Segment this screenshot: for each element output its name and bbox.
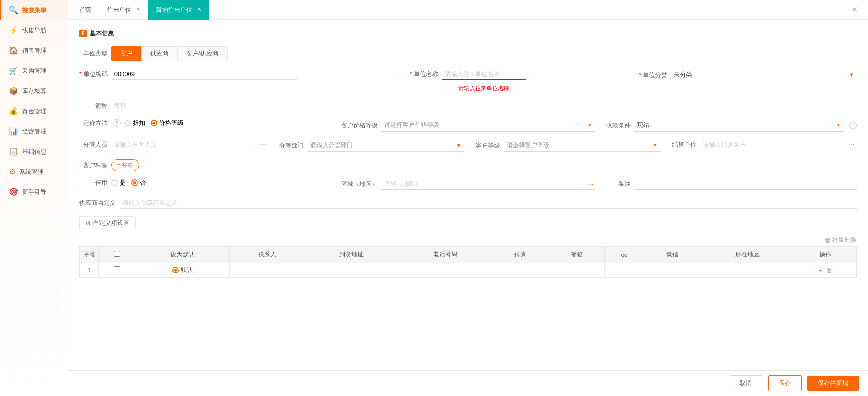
customer-price-select[interactable]: 请选择客户价格等级 ▼: [381, 119, 595, 132]
col-qq: qq: [604, 247, 644, 263]
code-name-category-row: 单位编码 单位名称 请输入往来单位名称 单位分类 未分类 ▼: [79, 69, 857, 93]
cell-seq: 1: [80, 263, 99, 278]
sidebar-item-purchase[interactable]: 🛒 采购管理: [0, 61, 68, 81]
sales-icon: 🏠: [9, 46, 18, 55]
short-name-row: 简称: [79, 100, 857, 111]
add-tag-button[interactable]: + 标签: [111, 159, 139, 171]
dept-select[interactable]: 请输入分管部门 ▼: [307, 139, 464, 152]
radio-grade-circle: [151, 120, 157, 126]
disable-region-row: 停用 是 否 区域（地区） ···: [79, 179, 857, 190]
pricing-radio-discount[interactable]: 折扣: [124, 119, 145, 127]
unit-type-both-btn[interactable]: 客户/供应商: [177, 46, 228, 61]
sidebar-item-quick-nav[interactable]: ⚡ 快捷导航: [0, 20, 68, 40]
unit-category-group: 单位分类 未分类 ▼: [639, 69, 857, 81]
content-area: F 基本信息 单位类型 客户 供应商 客户/供应商 单位编码 单位名称: [68, 20, 868, 370]
unit-type-supplier-btn[interactable]: 供应商: [141, 46, 177, 61]
unit-name-input[interactable]: [442, 69, 526, 80]
sidebar-item-operations[interactable]: 📊 经营管理: [0, 121, 68, 141]
short-name-input[interactable]: [111, 100, 857, 111]
finance-icon: 💰: [9, 107, 18, 116]
disable-group: 停用 是 否: [79, 179, 334, 187]
tab-new-partner-close[interactable]: ✕: [197, 7, 201, 13]
radio-discount-circle: [124, 120, 131, 126]
region-more-btn[interactable]: ···: [585, 180, 595, 188]
region-input-container: ···: [381, 179, 595, 190]
window-close-button[interactable]: ✕: [845, 5, 864, 14]
note-input[interactable]: [634, 179, 857, 190]
settlement-input-container: ···: [700, 139, 857, 150]
save-button[interactable]: 保存: [768, 375, 802, 391]
sidebar-item-system[interactable]: ⚙ 系统管理: [0, 162, 68, 182]
settlement-more-btn[interactable]: ···: [847, 140, 857, 149]
col-address: 到货地址: [305, 247, 398, 263]
unit-code-input[interactable]: [112, 69, 297, 80]
col-fax: 传真: [492, 247, 548, 263]
sidebar-item-new-guide[interactable]: 🎯 新手引导: [0, 182, 68, 202]
pricing-radio-grade[interactable]: 价格等级: [151, 119, 183, 127]
dept-arrow: ▼: [457, 142, 462, 148]
pricing-help-icon[interactable]: ?: [113, 119, 121, 127]
purchase-icon: 🛒: [9, 66, 18, 75]
pricing-radio-group: 折扣 价格等级: [124, 119, 183, 127]
tab-partner-close[interactable]: ✕: [136, 7, 140, 13]
note-label: 备注: [602, 180, 631, 188]
disable-radio-no[interactable]: 否: [131, 179, 146, 187]
sidebar-item-sales[interactable]: 🏠 销售管理: [0, 40, 68, 61]
manager-input[interactable]: [111, 139, 258, 150]
customer-grade-select[interactable]: 请选择客户等级 ▼: [504, 139, 661, 152]
tab-home[interactable]: 首页: [72, 0, 99, 20]
region-input[interactable]: [381, 179, 585, 189]
sidebar-item-search[interactable]: 🔍 搜索菜单: [0, 0, 68, 20]
sidebar-item-base-info[interactable]: 📋 基础信息: [0, 141, 68, 162]
cell-contact: [229, 263, 305, 278]
unit-type-buttons: 客户 供应商 客户/供应商: [111, 46, 228, 61]
sidebar-item-finance[interactable]: 💰 资金管理: [0, 101, 68, 121]
cell-region: [700, 263, 794, 278]
tag-label: 客户标签: [79, 161, 107, 170]
dept-group: 分管部门 请输入分管部门 ▼: [275, 139, 464, 152]
tab-partner[interactable]: 往来单位 ✕: [99, 0, 148, 20]
select-all-checkbox[interactable]: [114, 251, 120, 257]
row-checkbox[interactable]: [114, 266, 120, 272]
save-and-new-button[interactable]: 保存并新增: [807, 376, 859, 391]
manager-group: 分管人员 ···: [79, 139, 268, 150]
supplier-custom-input[interactable]: [120, 197, 857, 209]
row-add-btn[interactable]: +: [818, 267, 822, 274]
manager-more-btn[interactable]: ···: [258, 140, 268, 149]
cell-checkbox[interactable]: [99, 263, 136, 278]
unit-name-group: 单位名称 请输入往来单位名称: [305, 69, 631, 93]
tag-group: 客户标签 + 标签: [79, 159, 857, 171]
col-seq: 序号: [80, 247, 99, 263]
disable-radio-yes[interactable]: 是: [111, 179, 126, 187]
payment-terms-help-icon[interactable]: ?: [849, 122, 857, 129]
unit-category-select[interactable]: 未分类 ▼: [671, 69, 857, 81]
unit-category-arrow: ▼: [849, 72, 854, 78]
custom-settings-button[interactable]: ⚙ 自定义项设置: [79, 216, 136, 230]
default-radio-circle: [172, 267, 179, 273]
unit-type-group-container: 单位类型 客户 供应商 客户/供应商: [79, 46, 857, 61]
disable-radio-group: 是 否: [111, 179, 146, 187]
unit-type-customer-btn[interactable]: 客户: [111, 46, 141, 61]
pricing-row: 定价方法 ? 折扣 价格等级 客户价格等级 请选择客户价格等级: [79, 119, 857, 132]
default-radio[interactable]: 默认: [139, 266, 227, 274]
payment-terms-select[interactable]: 现结 ▼: [634, 119, 844, 132]
cell-email: [548, 263, 605, 278]
new-guide-icon: 🎯: [9, 187, 18, 196]
unit-type-label: 单位类型: [79, 49, 107, 58]
sidebar-item-inventory[interactable]: 📦 库存核算: [0, 81, 68, 101]
tab-new-partner[interactable]: 新增往来单位 ✕: [148, 0, 209, 20]
contact-table: 序号 设为默认 联系人 到货地址 电话号码 传真 邮箱 qq 微信 所在地区 操…: [79, 246, 857, 278]
unit-code-label: 单位编码: [79, 70, 108, 78]
batch-delete-label[interactable]: 批量删除: [832, 236, 857, 244]
footer: 取消 保存 保存并新增: [68, 370, 868, 396]
search-icon: 🔍: [9, 6, 18, 15]
col-default: 设为默认: [136, 247, 229, 263]
note-group: 备注: [602, 179, 857, 190]
payment-terms-arrow: ▼: [836, 122, 841, 128]
settlement-input[interactable]: [700, 139, 847, 150]
cancel-button[interactable]: 取消: [729, 375, 762, 391]
section-icon: F: [79, 30, 87, 37]
col-wechat: 微信: [644, 247, 700, 263]
row-delete-btn[interactable]: 🗑: [826, 267, 832, 274]
supplier-custom-row: 供应商自定义: [79, 197, 857, 209]
